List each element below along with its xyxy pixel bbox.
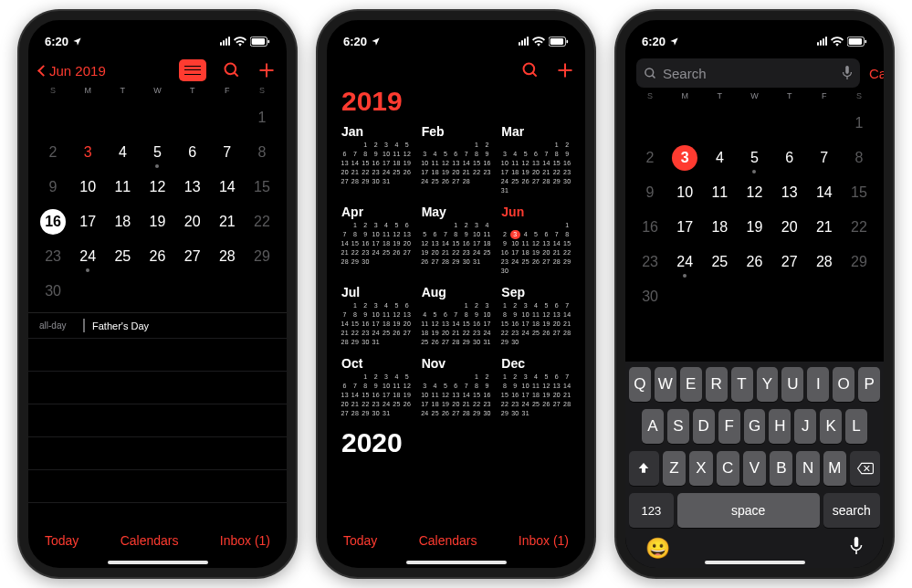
event-row[interactable]: all-day Father's Day bbox=[28, 313, 287, 339]
day-cell[interactable]: 30 bbox=[633, 279, 667, 314]
day-cell[interactable]: 1 bbox=[245, 100, 279, 135]
day-cell[interactable]: 11 bbox=[105, 170, 140, 205]
key-i[interactable]: I bbox=[807, 367, 829, 402]
key-z[interactable]: Z bbox=[663, 451, 686, 486]
day-cell[interactable]: 14 bbox=[210, 170, 245, 205]
mini-month[interactable]: Feb1234567891011121314151617181920212223… bbox=[416, 121, 497, 201]
day-cell[interactable]: 19 bbox=[737, 210, 771, 245]
key-numbers[interactable]: 123 bbox=[629, 493, 674, 528]
add-button[interactable] bbox=[556, 61, 574, 79]
key-f[interactable]: F bbox=[718, 409, 740, 444]
home-indicator[interactable] bbox=[406, 561, 507, 564]
day-cell[interactable]: 11 bbox=[702, 175, 737, 210]
inbox-button[interactable]: Inbox (1) bbox=[519, 533, 569, 548]
mini-month[interactable]: Sep1234567891011121314151617181920212223… bbox=[496, 281, 576, 352]
key-g[interactable]: G bbox=[744, 409, 766, 444]
today-button[interactable]: Today bbox=[45, 533, 79, 548]
day-cell[interactable]: 13 bbox=[772, 175, 807, 210]
mini-month[interactable]: Dec1234567891011121314151617181920212223… bbox=[496, 352, 576, 424]
mini-month[interactable]: Nov1234567891011121314151617181920212223… bbox=[416, 352, 497, 424]
day-cell[interactable]: 4 bbox=[105, 135, 140, 170]
day-cell[interactable]: 24 bbox=[70, 239, 105, 274]
day-cell[interactable]: 24 bbox=[667, 245, 702, 279]
mini-month[interactable]: Jan1234567891011121314151617181920212223… bbox=[336, 121, 416, 201]
calendars-button[interactable]: Calendars bbox=[419, 533, 477, 548]
day-cell[interactable]: 22 bbox=[842, 210, 876, 245]
day-cell[interactable]: 7 bbox=[210, 135, 245, 170]
day-cell[interactable]: 10 bbox=[70, 170, 105, 205]
year-title[interactable]: 2019 bbox=[327, 86, 585, 121]
mini-month[interactable]: May1234567891011121314151617181920212223… bbox=[416, 201, 497, 281]
key-o[interactable]: O bbox=[833, 367, 854, 402]
mini-month[interactable]: Mar1234567891011121314151617181920212223… bbox=[496, 121, 576, 201]
day-cell[interactable]: 18 bbox=[105, 205, 140, 239]
day-cell[interactable]: 28 bbox=[210, 239, 245, 274]
key-backspace[interactable] bbox=[850, 451, 880, 486]
day-cell[interactable]: 3 bbox=[70, 135, 105, 170]
key-d[interactable]: D bbox=[693, 409, 715, 444]
day-cell[interactable]: 15 bbox=[245, 170, 279, 205]
day-cell[interactable]: 9 bbox=[633, 175, 667, 210]
key-u[interactable]: U bbox=[781, 367, 803, 402]
day-cell[interactable]: 26 bbox=[737, 245, 771, 279]
day-cell[interactable]: 8 bbox=[842, 141, 876, 175]
day-cell[interactable]: 2 bbox=[36, 135, 70, 170]
day-cell[interactable]: 28 bbox=[807, 245, 842, 279]
key-t[interactable]: T bbox=[731, 367, 753, 402]
search-icon[interactable] bbox=[521, 61, 540, 79]
mini-month[interactable]: Aug1234567891011121314151617181920212223… bbox=[416, 281, 497, 352]
day-cell[interactable]: 6 bbox=[175, 135, 210, 170]
key-m[interactable]: M bbox=[823, 451, 846, 486]
day-cell[interactable]: 15 bbox=[842, 175, 876, 210]
day-cell[interactable]: 17 bbox=[70, 205, 105, 239]
key-v[interactable]: V bbox=[743, 451, 766, 486]
key-q[interactable]: Q bbox=[629, 367, 651, 402]
day-cell[interactable]: 10 bbox=[667, 175, 702, 210]
day-cell[interactable]: 25 bbox=[702, 245, 737, 279]
key-shift[interactable] bbox=[629, 451, 659, 486]
day-cell[interactable]: 20 bbox=[175, 205, 210, 239]
day-cell[interactable]: 13 bbox=[175, 170, 210, 205]
day-cell[interactable]: 1 bbox=[842, 106, 876, 141]
mini-month[interactable]: Jun1234567891011121314151617181920212223… bbox=[496, 201, 576, 281]
home-indicator[interactable] bbox=[108, 561, 208, 564]
day-cell[interactable]: 26 bbox=[140, 239, 174, 274]
day-cell[interactable]: 16 bbox=[633, 210, 667, 245]
search-input[interactable] bbox=[663, 66, 836, 81]
add-button[interactable] bbox=[257, 61, 276, 79]
key-space[interactable]: space bbox=[677, 493, 820, 528]
today-button[interactable]: Today bbox=[343, 533, 377, 548]
key-search[interactable]: search bbox=[823, 493, 880, 528]
day-cell[interactable]: 29 bbox=[245, 239, 279, 274]
dictation-icon[interactable] bbox=[842, 66, 853, 80]
calendars-button[interactable]: Calendars bbox=[121, 533, 179, 548]
day-cell[interactable]: 4 bbox=[702, 141, 737, 175]
cancel-button[interactable]: Cancel bbox=[869, 66, 893, 81]
day-cell[interactable]: 18 bbox=[702, 210, 737, 245]
key-e[interactable]: E bbox=[680, 367, 702, 402]
day-cell[interactable]: 5 bbox=[140, 135, 174, 170]
day-cell[interactable]: 27 bbox=[772, 245, 807, 279]
key-x[interactable]: X bbox=[689, 451, 712, 486]
key-n[interactable]: N bbox=[796, 451, 819, 486]
key-y[interactable]: Y bbox=[757, 367, 779, 402]
dictation-key[interactable] bbox=[849, 537, 864, 561]
day-cell[interactable]: 6 bbox=[772, 141, 807, 175]
mini-month[interactable]: Jul1234567891011121314151617181920212223… bbox=[336, 281, 416, 352]
list-view-toggle[interactable] bbox=[179, 59, 206, 81]
day-cell[interactable]: 21 bbox=[807, 210, 842, 245]
day-cell[interactable]: 7 bbox=[807, 141, 842, 175]
day-cell[interactable]: 30 bbox=[36, 274, 70, 309]
key-r[interactable]: R bbox=[706, 367, 728, 402]
day-cell[interactable]: 14 bbox=[807, 175, 842, 210]
day-cell[interactable]: 29 bbox=[842, 245, 876, 279]
day-cell[interactable]: 25 bbox=[105, 239, 140, 274]
key-a[interactable]: A bbox=[642, 409, 664, 444]
day-cell[interactable]: 21 bbox=[210, 205, 245, 239]
next-year-title[interactable]: 2020 bbox=[327, 427, 585, 462]
day-cell[interactable]: 16 bbox=[36, 205, 70, 239]
key-l[interactable]: L bbox=[845, 409, 867, 444]
key-c[interactable]: C bbox=[717, 451, 739, 486]
key-b[interactable]: B bbox=[770, 451, 792, 486]
key-w[interactable]: W bbox=[655, 367, 676, 402]
